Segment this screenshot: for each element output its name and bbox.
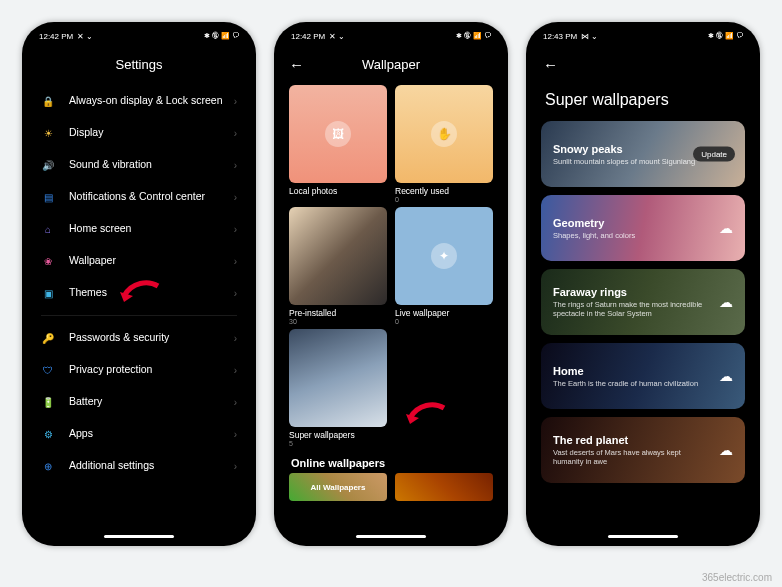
- settings-label: Apps: [69, 427, 234, 440]
- settings-icon: 🔊: [41, 158, 63, 172]
- settings-label: Home screen: [69, 222, 234, 235]
- settings-icon: 🔒: [41, 94, 63, 108]
- page-title: Wallpaper: [362, 57, 420, 72]
- download-cloud-icon[interactable]: ☁: [719, 220, 733, 236]
- status-right-icons: ✱ 🕲 📶 🗩: [708, 32, 743, 40]
- wallpaper-tile-live-wallpaper[interactable]: ✦Live wallpaper0: [395, 207, 493, 325]
- settings-icon: ☀: [41, 126, 63, 140]
- wallpaper-label: Local photos: [289, 186, 387, 196]
- status-left-icons: ⋈ ⌄: [581, 32, 598, 41]
- chevron-right-icon: ›: [234, 461, 237, 472]
- wallpaper-label: Super wallpapers: [289, 430, 387, 440]
- settings-icon: 🔑: [41, 331, 63, 345]
- card-subtitle: Shapes, light, and colors: [553, 231, 703, 240]
- wallpaper-thumb: [289, 207, 387, 305]
- settings-label: Sound & vibration: [69, 158, 234, 171]
- chevron-right-icon: ›: [234, 192, 237, 203]
- chevron-right-icon: ›: [234, 96, 237, 107]
- settings-icon: ⚙: [41, 427, 63, 441]
- wallpaper-thumb: ✦: [395, 207, 493, 305]
- settings-label: Display: [69, 126, 234, 139]
- settings-icon: ❀: [41, 254, 63, 268]
- card-title: Geometry: [553, 217, 733, 229]
- back-button[interactable]: ←: [289, 56, 304, 73]
- wallpaper-count: 0: [395, 318, 493, 325]
- back-button[interactable]: ←: [543, 56, 558, 73]
- super-card-faraway-rings[interactable]: Faraway ringsThe rings of Saturn make th…: [541, 269, 745, 335]
- settings-icon: 🛡: [41, 363, 63, 377]
- super-card-the-red-planet[interactable]: The red planetVast deserts of Mars have …: [541, 417, 745, 483]
- download-cloud-icon[interactable]: ☁: [719, 294, 733, 310]
- settings-icon: ▤: [41, 190, 63, 204]
- super-card-home[interactable]: HomeThe Earth is the cradle of human civ…: [541, 343, 745, 409]
- wallpaper-thumb: [289, 329, 387, 427]
- update-button[interactable]: Update: [693, 147, 735, 162]
- settings-row-display[interactable]: ☀Display›: [25, 117, 253, 149]
- wallpaper-label: Pre-installed: [289, 308, 387, 318]
- settings-label: Privacy protection: [69, 363, 234, 376]
- super-wallpaper-list[interactable]: Snowy peaksSunlit mountain slopes of mou…: [529, 121, 757, 529]
- card-subtitle: Sunlit mountain slopes of mount Sigunian…: [553, 157, 703, 166]
- status-left-icons: ✕ ⌄: [77, 32, 93, 41]
- settings-row-sound-vibration[interactable]: 🔊Sound & vibration›: [25, 149, 253, 181]
- status-time: 12:43 PM: [543, 32, 577, 41]
- chevron-right-icon: ›: [234, 160, 237, 171]
- settings-row-apps[interactable]: ⚙Apps›: [25, 418, 253, 450]
- online-preview-tile[interactable]: [395, 473, 493, 501]
- camera-notch: [386, 28, 396, 38]
- chevron-right-icon: ›: [234, 224, 237, 235]
- arrow-annotation: [118, 280, 160, 310]
- settings-label: Additional settings: [69, 459, 234, 472]
- all-wallpapers-chip[interactable]: All Wallpapers: [289, 473, 387, 501]
- wallpaper-tile-local-photos[interactable]: 🖼Local photos: [289, 85, 387, 203]
- camera-notch: [134, 28, 144, 38]
- download-cloud-icon[interactable]: ☁: [719, 442, 733, 458]
- status-time: 12:42 PM: [39, 32, 73, 41]
- settings-row-passwords-security[interactable]: 🔑Passwords & security›: [25, 322, 253, 354]
- wallpaper-count: 0: [395, 196, 493, 203]
- online-wallpapers-title: Online wallpapers: [289, 451, 493, 473]
- header: ← Wallpaper: [277, 47, 505, 81]
- settings-row-always-on-display-lock-screen[interactable]: 🔒Always-on display & Lock screen›: [25, 85, 253, 117]
- settings-icon: ⊕: [41, 459, 63, 473]
- home-indicator[interactable]: [356, 535, 426, 538]
- chevron-right-icon: ›: [234, 128, 237, 139]
- settings-row-home-screen[interactable]: ⌂Home screen›: [25, 213, 253, 245]
- settings-row-privacy-protection[interactable]: 🛡Privacy protection›: [25, 354, 253, 386]
- watermark: 365electric.com: [702, 572, 772, 583]
- chevron-right-icon: ›: [234, 256, 237, 267]
- divider: [41, 315, 237, 316]
- settings-row-additional-settings[interactable]: ⊕Additional settings›: [25, 450, 253, 482]
- online-wallpapers-row[interactable]: All Wallpapers: [289, 473, 493, 501]
- wallpaper-label: Live wallpaper: [395, 308, 493, 318]
- chevron-right-icon: ›: [234, 365, 237, 376]
- chevron-right-icon: ›: [234, 397, 237, 408]
- header: ←: [529, 47, 757, 81]
- status-left-icons: ✕ ⌄: [329, 32, 345, 41]
- wallpaper-tile-super-wallpapers[interactable]: Super wallpapers5: [289, 329, 387, 447]
- settings-row-wallpaper[interactable]: ❀Wallpaper›: [25, 245, 253, 277]
- wallpaper-thumb: 🖼: [289, 85, 387, 183]
- chevron-right-icon: ›: [234, 333, 237, 344]
- settings-label: Notifications & Control center: [69, 190, 234, 203]
- home-indicator[interactable]: [608, 535, 678, 538]
- wallpaper-grid[interactable]: 🖼Local photos✋Recently used0Pre-installe…: [277, 81, 505, 543]
- wallpaper-thumb: ✋: [395, 85, 493, 183]
- settings-list[interactable]: 🔒Always-on display & Lock screen›☀Displa…: [25, 81, 253, 543]
- status-time: 12:42 PM: [291, 32, 325, 41]
- wallpaper-tile-recently-used[interactable]: ✋Recently used0: [395, 85, 493, 203]
- settings-row-notifications-control-center[interactable]: ▤Notifications & Control center›: [25, 181, 253, 213]
- home-indicator[interactable]: [104, 535, 174, 538]
- wallpaper-count: 30: [289, 318, 387, 325]
- wallpaper-count: 5: [289, 440, 387, 447]
- wallpaper-tile-pre-installed[interactable]: Pre-installed30: [289, 207, 387, 325]
- status-right-icons: ✱ 🕲 📶 🗩: [456, 32, 491, 40]
- card-subtitle: The rings of Saturn make the most incred…: [553, 300, 703, 318]
- arrow-annotation: [404, 402, 446, 432]
- super-card-geometry[interactable]: GeometryShapes, light, and colors☁: [541, 195, 745, 261]
- status-right-icons: ✱ 🕲 📶 🗩: [204, 32, 239, 40]
- settings-row-battery[interactable]: 🔋Battery›: [25, 386, 253, 418]
- download-cloud-icon[interactable]: ☁: [719, 368, 733, 384]
- super-card-snowy-peaks[interactable]: Snowy peaksSunlit mountain slopes of mou…: [541, 121, 745, 187]
- camera-notch: [638, 28, 648, 38]
